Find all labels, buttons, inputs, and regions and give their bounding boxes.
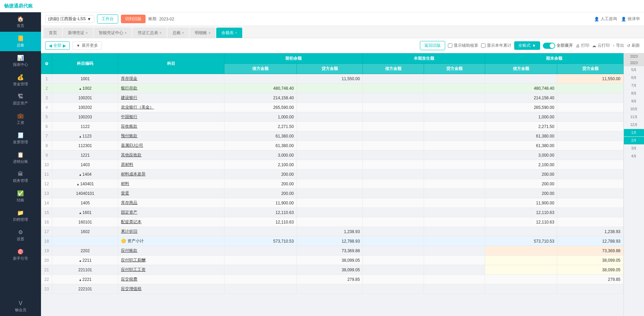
sidebar-item-purchase-sales[interactable]: 📋 进销台账 (0, 148, 41, 168)
tab-detail-ledger[interactable]: 明细账 × (190, 28, 216, 38)
right-panel-month-1[interactable]: 1月 (624, 129, 644, 137)
sidebar-item-payroll[interactable]: 💼 工资 (0, 109, 41, 129)
account-name[interactable]: 库存商品 (118, 198, 224, 208)
sidebar-item-funds[interactable]: 💰 资金管理 (0, 71, 41, 90)
right-panel-month-2[interactable]: 2月 (624, 137, 644, 145)
workbench-button[interactable]: 工作台 (97, 14, 118, 24)
account-name[interactable]: 农业银行（美金） (118, 103, 224, 112)
account-name[interactable]: 壹蛋 (118, 189, 224, 198)
tab-close-icon[interactable]: × (125, 31, 127, 35)
right-panel-month-7[interactable]: 7月 (624, 82, 644, 90)
sidebar-item-home[interactable]: 🏠 首页 (0, 12, 41, 32)
current-debit (363, 217, 424, 227)
tab-close-icon[interactable]: × (235, 31, 237, 35)
closing-debit: 12,110.63 (485, 208, 557, 217)
tab-home[interactable]: 首页 (44, 28, 62, 38)
table-area[interactable]: ⚙ 科目编码 科目 期初余额 本期发生额 期末余额 借方金额 贷方金额 借方金额 (41, 53, 624, 316)
account-name[interactable]: 材料成本差异 (118, 170, 224, 179)
print-button[interactable]: 🖨 打印 (576, 43, 589, 48)
tab-close-icon[interactable]: × (208, 31, 210, 35)
sidebar-item-invoices[interactable]: 🧾 发票管理 (0, 129, 41, 148)
right-panel-month-9[interactable]: 9月 (624, 98, 644, 105)
right-panel-month-6[interactable]: 6月 (624, 74, 644, 82)
switch-button[interactable]: 切到旧版 (121, 15, 146, 23)
current-credit (424, 170, 485, 179)
filter-all-button[interactable]: ◀ 全部 ▶ (45, 41, 70, 50)
right-panel-month-4[interactable]: 4月 (624, 153, 644, 160)
sidebar-item-guide[interactable]: 🎯 新手引导 (0, 245, 41, 264)
table-row: 4100202农业银行（美金）265,590.00265,590.00 (41, 103, 624, 112)
closing-debit: 200.00 (485, 189, 557, 198)
sidebar-item-archive[interactable]: 📁 归档管理 (0, 206, 41, 226)
current-debit (363, 256, 424, 265)
show-auxiliary-checkbox[interactable]: 显示辅助核算 (448, 43, 478, 48)
right-panel-month-8[interactable]: 8月 (624, 90, 644, 98)
opening-credit (297, 170, 362, 179)
opening-debit: 3,000.00 (224, 150, 297, 160)
row-num: 7 (41, 131, 52, 141)
account-name[interactable]: 材料 (118, 179, 224, 189)
row-num: 2 (41, 84, 52, 93)
sidebar-item-settings[interactable]: ⚙ 设置 (0, 226, 41, 245)
account-name[interactable]: 应交税费 (118, 275, 224, 284)
account-name[interactable]: 应交增值税 (118, 284, 224, 294)
account-name[interactable]: 库存现金 (118, 74, 224, 84)
tab-voucher-summary[interactable]: 凭证汇总表 × (133, 28, 167, 38)
closing-debit: 61,380.00 (485, 131, 557, 141)
gear-column-header: ⚙ (41, 54, 52, 74)
right-panel-month-3[interactable]: 3月 (624, 145, 644, 153)
account-name[interactable]: 建设银行 (118, 93, 224, 103)
account-name[interactable]: 中国银行 (118, 112, 224, 122)
tab-close-icon[interactable]: × (86, 31, 88, 35)
account-name[interactable]: 银行存款 (118, 84, 224, 93)
account-name[interactable]: 嘉属EU公司 (118, 141, 224, 150)
sidebar-item-fixed-assets[interactable]: 🏗 固定资产 (0, 90, 41, 109)
top-right-area: 👤 人工咨询 👤 徐泽华 (594, 16, 640, 22)
row-num: 21 (41, 265, 52, 275)
auxiliary-checkbox-input[interactable] (448, 43, 452, 48)
refresh-icon: ↺ (627, 43, 630, 48)
account-name[interactable]: 应付账款 (118, 246, 224, 256)
account-name[interactable]: 其他应收款 (118, 150, 224, 160)
consult-button[interactable]: 👤 人工咨询 (594, 16, 617, 22)
tab-new-voucher[interactable]: 新增凭证 × (63, 28, 93, 38)
cloud-print-button[interactable]: ☁ 云打印 (592, 43, 610, 48)
year-total-checkbox-input[interactable] (481, 43, 485, 48)
account-name[interactable]: 预付账款 (118, 131, 224, 141)
sidebar-item-reports[interactable]: 📊 报表中心 (0, 51, 41, 71)
fullstyle-button[interactable]: 全账式 ▼ (514, 41, 540, 50)
tab-balance-sheet[interactable]: 余额表 × (216, 28, 242, 38)
tab-smart-voucher[interactable]: 智能凭证中心 × (94, 28, 132, 38)
company-selector[interactable]: (勿副) 江西股金-LSS ▼ (45, 15, 94, 23)
right-panel-month-12[interactable]: 12月 (624, 121, 644, 129)
sidebar-item-member[interactable]: V 畅会员 (0, 297, 41, 316)
sidebar-item-tax[interactable]: 🏛 税务管理 (0, 168, 41, 187)
account-name[interactable]: 累计折旧 (118, 227, 224, 236)
account-name[interactable]: 原材料 (118, 160, 224, 170)
account-name[interactable]: 固定资产 (118, 208, 224, 217)
right-panel-month-11[interactable]: 11月 (624, 113, 644, 121)
export-button[interactable]: ↑ 导出 (613, 43, 624, 48)
account-name[interactable]: 应付职工工资 (118, 265, 224, 275)
return-old-button[interactable]: 返回旧版 (420, 41, 445, 50)
account-name[interactable]: 配提票记本 (118, 217, 224, 227)
expand-icon: ▲ (79, 211, 82, 215)
closing-debit: 573,710.53 (485, 236, 557, 246)
expand-all-toggle[interactable]: 全部展开 (543, 43, 573, 49)
account-name[interactable]: 应收账款 (118, 122, 224, 131)
opening-debit (224, 275, 297, 284)
tab-close-icon[interactable]: × (182, 31, 184, 35)
right-panel-month-5[interactable]: 5月 (624, 66, 644, 74)
tab-close-icon[interactable]: × (160, 31, 162, 35)
sidebar-item-closing[interactable]: ✅ 结账 (0, 187, 41, 206)
table-row: 18🟡资产小计573,710.5312,788.93573,710.5312,7… (41, 236, 624, 246)
toggle-switch[interactable] (543, 43, 555, 49)
sidebar-item-ledger[interactable]: 📒 总账 (0, 32, 41, 51)
right-panel-month-10[interactable]: 10月 (624, 105, 644, 113)
tab-general-ledger[interactable]: 总账 × (167, 28, 189, 38)
current-credit (424, 131, 485, 141)
expand-more-button[interactable]: ▼ 展开更多 (72, 41, 102, 50)
refresh-button[interactable]: ↺ 刷新 (627, 43, 640, 48)
account-name[interactable]: 应付职工薪酬 (118, 256, 224, 265)
show-year-total-checkbox[interactable]: 显示本年累计 (481, 43, 511, 48)
